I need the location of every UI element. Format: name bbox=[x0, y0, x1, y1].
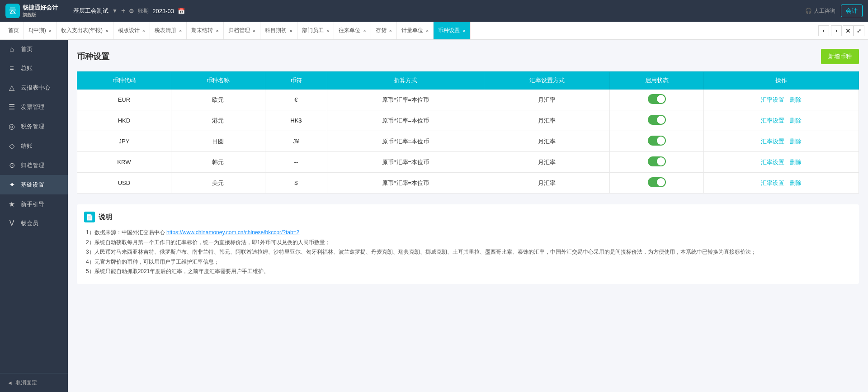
rate-setting-link-1[interactable]: 汇率设置 bbox=[761, 117, 784, 124]
cell-name-0: 欧元 bbox=[171, 90, 265, 110]
accounting-button[interactable]: 会计 bbox=[841, 5, 863, 17]
sidebar-label-guide: 新手引导 bbox=[21, 200, 44, 208]
headset-icon: 🎧 bbox=[805, 8, 812, 14]
cell-symbol-4: $ bbox=[265, 173, 327, 194]
sidebar-item-archive[interactable]: ⊙归档管理 bbox=[0, 156, 68, 175]
sidebar-item-tax[interactable]: ◎税务管理 bbox=[0, 117, 68, 136]
sidebar-item-invoice[interactable]: ☰发票管理 bbox=[0, 97, 68, 117]
tab-nav-next-btn[interactable]: › bbox=[831, 25, 842, 36]
tab-department[interactable]: 部门员工× bbox=[297, 22, 334, 40]
page-title: 币种设置 bbox=[77, 51, 109, 62]
tab-label-partner: 往来单位 bbox=[339, 27, 360, 34]
delete-link-3[interactable]: 删除 bbox=[790, 159, 802, 165]
workspace-add-icon[interactable]: + bbox=[121, 7, 125, 15]
note-item-1: 2）系统自动获取每月第一个工作日的汇率标价，统一为直接标价法，即1外币可以兑换的… bbox=[84, 238, 852, 248]
rate-setting-link-4[interactable]: 汇率设置 bbox=[761, 179, 784, 186]
tab-label-inventory: 存货 bbox=[376, 27, 387, 34]
tab-tax[interactable]: 税表清册× bbox=[150, 22, 187, 40]
toggle-switch-1[interactable] bbox=[648, 115, 666, 125]
sidebar-label-closing: 结账 bbox=[21, 142, 33, 150]
tab-close-period[interactable]: × bbox=[49, 28, 52, 33]
tab-close-archive[interactable]: × bbox=[253, 28, 255, 33]
sidebar-footer[interactable]: ◄ 取消固定 bbox=[0, 373, 68, 392]
toggle-switch-4[interactable] bbox=[648, 177, 666, 187]
note-item-0: 1）数据来源：中国外汇交易中心 https://www.chinamoney.c… bbox=[84, 228, 852, 238]
tab-close-all-btn[interactable]: ✕ bbox=[843, 25, 854, 36]
tab-closing[interactable]: 期末结转× bbox=[187, 22, 223, 40]
period-calendar-icon[interactable]: 📅 bbox=[178, 8, 185, 14]
customer-service-btn[interactable]: 🎧 人工咨询 bbox=[805, 7, 835, 15]
tab-template[interactable]: 模版设计× bbox=[113, 22, 150, 40]
ledger-icon: ≡ bbox=[7, 64, 16, 72]
cell-calc-method-1: 原币*汇率=本位币 bbox=[327, 110, 484, 131]
cell-code-4: USD bbox=[77, 173, 171, 194]
tab-close-subjects[interactable]: × bbox=[289, 28, 292, 33]
tab-expand-btn[interactable]: ⤢ bbox=[854, 25, 864, 36]
period-value: 2023-03 bbox=[152, 8, 174, 14]
sidebar-item-closing[interactable]: ◇结账 bbox=[0, 136, 68, 156]
note-item-3: 4）无官方牌价的币种，可以用用户手工维护汇率信息； bbox=[84, 257, 852, 267]
sidebar-item-home[interactable]: ⌂首页 bbox=[0, 40, 68, 59]
tab-home[interactable]: 首页 bbox=[4, 22, 24, 40]
tab-close-inventory[interactable]: × bbox=[389, 28, 392, 33]
tab-income[interactable]: 收入支出表(年报)× bbox=[57, 22, 113, 40]
sidebar-label-settings: 基础设置 bbox=[21, 181, 44, 189]
pin-icon: ◄ bbox=[7, 380, 13, 386]
cell-toggle-3 bbox=[610, 152, 704, 173]
cell-rate-method-2: 月汇率 bbox=[484, 131, 610, 152]
workspace-settings-icon[interactable]: ⚙ bbox=[129, 8, 134, 14]
cell-actions-3: 汇率设置删除 bbox=[704, 152, 859, 173]
tab-close-income[interactable]: × bbox=[105, 28, 108, 33]
tab-close-closing[interactable]: × bbox=[216, 28, 218, 33]
new-currency-btn[interactable]: 新增币种 bbox=[821, 49, 859, 64]
notes-link[interactable]: https://www.chinamoney.com.cn/chinese/bk… bbox=[166, 229, 299, 236]
tab-close-partner[interactable]: × bbox=[363, 28, 366, 33]
rate-setting-link-3[interactable]: 汇率设置 bbox=[761, 159, 784, 165]
toggle-switch-3[interactable] bbox=[648, 156, 666, 166]
sidebar-item-member[interactable]: V畅会员 bbox=[0, 214, 68, 233]
tab-archive[interactable]: 归档管理× bbox=[224, 22, 260, 40]
cell-name-2: 日圆 bbox=[171, 131, 265, 152]
cell-calc-method-3: 原币*汇率=本位币 bbox=[327, 152, 484, 173]
sidebar-item-ledger[interactable]: ≡总账 bbox=[0, 59, 68, 78]
cell-rate-method-3: 月汇率 bbox=[484, 152, 610, 173]
workspace-dropdown-icon[interactable]: ▼ bbox=[112, 8, 118, 14]
cell-code-0: EUR bbox=[77, 90, 171, 110]
toggle-switch-0[interactable] bbox=[648, 94, 666, 104]
delete-link-1[interactable]: 删除 bbox=[790, 117, 802, 124]
rate-setting-link-0[interactable]: 汇率设置 bbox=[761, 96, 784, 103]
tab-close-department[interactable]: × bbox=[326, 28, 329, 33]
rate-setting-link-2[interactable]: 汇率设置 bbox=[761, 138, 784, 145]
logo-main: 畅捷通好会计 bbox=[23, 4, 58, 12]
tab-close-currency[interactable]: × bbox=[462, 28, 465, 33]
sidebar-item-settings[interactable]: ✦基础设置 bbox=[0, 175, 68, 194]
tab-currency[interactable]: 币种设置× bbox=[434, 22, 470, 40]
tab-subjects[interactable]: 科目期初× bbox=[260, 22, 297, 40]
tab-close-tax[interactable]: × bbox=[179, 28, 182, 33]
tab-label-income: 收入支出表(年报) bbox=[61, 27, 103, 34]
app-logo: 云 畅捷通好会计 旗舰版 bbox=[5, 4, 73, 18]
col-header-2: 币符 bbox=[265, 72, 327, 90]
sidebar-item-reports[interactable]: △云报表中心 bbox=[0, 78, 68, 97]
tab-close-template[interactable]: × bbox=[142, 28, 145, 33]
delete-link-2[interactable]: 删除 bbox=[790, 138, 802, 145]
col-header-5: 启用状态 bbox=[610, 72, 704, 90]
content-area: 币种设置 新增币种 币种代码币种名称币符折算方式汇率设置方式启用状态操作 EUR… bbox=[68, 40, 868, 392]
delete-link-4[interactable]: 删除 bbox=[790, 179, 802, 186]
tab-nav-prev-btn[interactable]: ‹ bbox=[818, 25, 829, 36]
logo-sub: 旗舰版 bbox=[23, 12, 58, 18]
tab-close-unit[interactable]: × bbox=[426, 28, 429, 33]
sidebar-label-archive: 归档管理 bbox=[21, 161, 44, 170]
tab-label-tax: 税表清册 bbox=[155, 27, 176, 34]
toggle-switch-2[interactable] bbox=[648, 136, 666, 146]
cell-actions-2: 汇率设置删除 bbox=[704, 131, 859, 152]
tab-partner[interactable]: 往来单位× bbox=[334, 22, 371, 40]
main-layout: ⌂首页≡总账△云报表中心☰发票管理◎税务管理◇结账⊙归档管理✦基础设置★新手引导… bbox=[0, 40, 868, 392]
notes-title-text: 说明 bbox=[99, 213, 112, 222]
delete-link-0[interactable]: 删除 bbox=[790, 96, 802, 103]
sidebar-item-guide[interactable]: ★新手引导 bbox=[0, 194, 68, 214]
tab-period[interactable]: £(中期)× bbox=[24, 22, 57, 40]
tab-inventory[interactable]: 存货× bbox=[371, 22, 397, 40]
tab-unit[interactable]: 计量单位× bbox=[397, 22, 434, 40]
reports-icon: △ bbox=[7, 83, 16, 92]
